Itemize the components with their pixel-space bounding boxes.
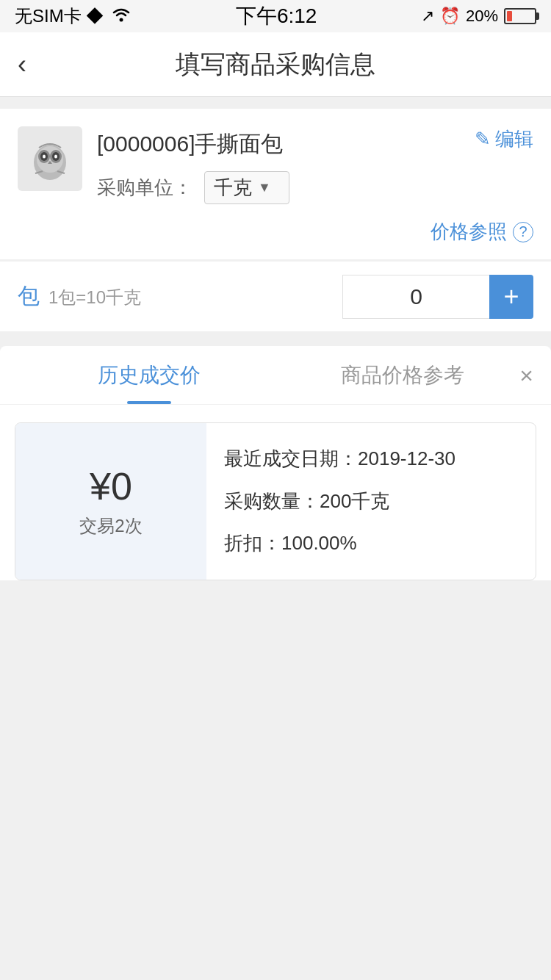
recent-date-value: 2019-12-30	[358, 447, 455, 469]
price-card-right: 最近成交日期：2019-12-30 采购数量：200千克 折扣：100.00%	[206, 423, 536, 580]
recent-date-row: 最近成交日期：2019-12-30	[224, 444, 518, 475]
product-unit-row: 采购单位： 千克 ▼	[97, 171, 289, 204]
price-trade-count: 交易2次	[79, 514, 142, 538]
svg-point-7	[43, 155, 46, 159]
battery-percent: 20%	[466, 7, 498, 26]
tab-product-price-ref-label: 商品价格参考	[341, 361, 464, 389]
carrier-text: 无SIM卡 ◆	[15, 4, 104, 28]
quantity-row: 包 1包=10千克 0 +	[0, 261, 551, 331]
quantity-plus-button[interactable]: +	[489, 275, 533, 319]
battery-fill	[507, 11, 512, 21]
tab-section: 历史成交价 商品价格参考 × ¥0 交易2次 最近成交日期：2019-12-30…	[0, 346, 551, 580]
unit-label: 采购单位：	[97, 175, 192, 201]
price-reference-button[interactable]: 价格参照 ?	[431, 219, 533, 245]
unit-select-text: 千克	[214, 175, 252, 201]
quantity-input[interactable]: 0	[342, 275, 489, 319]
product-actions: ✎ 编辑	[475, 126, 533, 155]
price-amount: ¥0	[90, 464, 132, 508]
product-info: [0000006]手撕面包 采购单位： 千克 ▼	[97, 126, 289, 204]
status-right: ↗ ⏰ 20%	[421, 7, 536, 26]
status-time: 下午6:12	[236, 2, 317, 30]
currency-symbol: ¥	[90, 465, 111, 508]
edit-icon: ✎	[475, 128, 491, 151]
recent-date-label: 最近成交日期：	[224, 447, 358, 469]
help-icon: ?	[513, 222, 533, 242]
alarm-icon: ⏰	[440, 7, 460, 26]
product-card: [0000006]手撕面包 采购单位： 千克 ▼ ✎ 编辑 价格参照 ?	[0, 109, 551, 259]
nav-bar: ‹ 填写商品采购信息	[0, 32, 551, 97]
quantity-conversion: 1包=10千克	[48, 286, 141, 309]
discount-label: 折扣：	[224, 532, 281, 554]
purchase-qty-value: 200千克	[320, 490, 389, 512]
tab-header: 历史成交价 商品价格参考 ×	[0, 346, 551, 405]
edit-button[interactable]: ✎ 编辑	[475, 126, 533, 152]
discount-value: 100.00%	[281, 532, 357, 554]
status-bar: 无SIM卡 ◆ 下午6:12 ↗ ⏰ 20%	[0, 0, 551, 32]
page-title: 填写商品采购信息	[176, 48, 375, 82]
product-left: [0000006]手撕面包 采购单位： 千克 ▼	[18, 126, 289, 204]
quantity-unit-label: 包	[18, 281, 40, 311]
bottom-space	[0, 598, 551, 980]
dropdown-arrow-icon: ▼	[258, 180, 271, 195]
tab-history-price-label: 历史成交价	[98, 361, 201, 389]
battery-icon	[504, 8, 536, 24]
tab-history-price[interactable]: 历史成交价	[22, 346, 276, 404]
price-card: ¥0 交易2次 最近成交日期：2019-12-30 采购数量：200千克 折扣：…	[15, 422, 536, 580]
product-header: [0000006]手撕面包 采购单位： 千克 ▼ ✎ 编辑	[18, 126, 533, 204]
edit-label: 编辑	[495, 126, 533, 152]
svg-point-8	[54, 155, 57, 159]
back-button[interactable]: ‹	[18, 49, 26, 80]
purchase-qty-label: 采购数量：	[224, 490, 320, 512]
discount-row: 折扣：100.00%	[224, 528, 518, 559]
tab-active-underline	[127, 401, 171, 404]
quantity-left: 包 1包=10千克	[18, 281, 141, 311]
product-thumbnail	[18, 126, 82, 191]
tab-close-button[interactable]: ×	[519, 361, 533, 389]
product-name: [0000006]手撕面包	[97, 129, 289, 159]
wifi-icon	[111, 6, 132, 26]
unit-select[interactable]: 千克 ▼	[204, 171, 289, 204]
status-left: 无SIM卡 ◆	[15, 4, 132, 28]
tab-product-price-ref[interactable]: 商品价格参考	[276, 346, 529, 404]
location-icon: ↗	[421, 7, 434, 26]
price-ref-label: 价格参照	[431, 219, 507, 245]
price-value: 0	[111, 465, 132, 508]
purchase-qty-row: 采购数量：200千克	[224, 486, 518, 517]
svg-point-0	[120, 18, 123, 22]
price-card-left: ¥0 交易2次	[15, 423, 206, 580]
quantity-control: 0 +	[342, 275, 533, 319]
